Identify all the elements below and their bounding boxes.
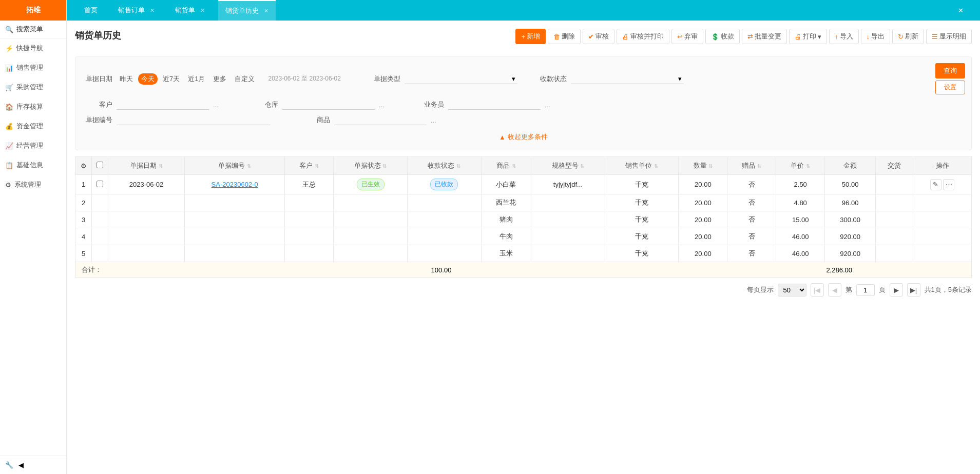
doc-type-select[interactable]: ▾ — [405, 74, 517, 84]
edit-btn[interactable]: ✎ — [930, 179, 941, 190]
export-icon: ↓ — [867, 33, 870, 41]
tab-sales-history-label: 销货单历史 — [225, 1, 259, 21]
page-size-select[interactable]: 20 50 100 — [778, 284, 806, 297]
sidebar-item-purchase-mgmt[interactable]: 🛒 采购管理 — [0, 77, 66, 97]
col-checkbox[interactable] — [92, 157, 108, 175]
cell-goods: 小白菜 — [481, 175, 531, 194]
col-settings[interactable]: ⚙ — [75, 157, 92, 175]
close-all-tabs[interactable]: ✕ — [952, 7, 970, 14]
close-tab-sales-order[interactable]: ✕ — [150, 0, 155, 21]
close-tab-sales-goods[interactable]: ✕ — [200, 0, 205, 21]
table-row: 5 玉米 千克 20.00 否 46.00 920.00 — [75, 245, 972, 262]
date-btn-more[interactable]: 更多 — [210, 73, 229, 85]
collect-button[interactable]: 💲 收款 — [705, 29, 740, 44]
warehouse-input[interactable] — [282, 100, 375, 110]
cell-customer — [285, 194, 334, 211]
salesperson-input[interactable] — [448, 100, 541, 110]
col-unit[interactable]: 销售单位 ⇅ — [605, 157, 679, 175]
col-pay-status[interactable]: 收款状态 ⇅ — [407, 157, 481, 175]
cell-checkbox[interactable] — [92, 228, 108, 245]
collapse-filter-btn[interactable]: ▲ 收起更多条件 — [82, 130, 965, 144]
col-doc-status[interactable]: 单据状态 ⇅ — [334, 157, 408, 175]
import-button[interactable]: ↑ 导入 — [829, 29, 859, 44]
delete-button[interactable]: 🗑 删除 — [548, 29, 581, 44]
col-goods[interactable]: 商品 ⇅ — [481, 157, 531, 175]
salesperson-dots[interactable]: ... — [545, 101, 550, 109]
cell-doc-no — [185, 245, 285, 262]
show-detail-button[interactable]: ☰ 显示明细 — [926, 29, 972, 44]
col-customer[interactable]: 客户 ⇅ — [285, 157, 334, 175]
col-gift[interactable]: 赠品 ⇅ — [727, 157, 776, 175]
query-button[interactable]: 查询 — [935, 63, 965, 78]
sidebar-item-fund-mgmt[interactable]: 💰 资金管理 — [0, 116, 66, 136]
next-page-btn[interactable]: ▶ — [890, 283, 903, 297]
col-price[interactable]: 单价 ⇅ — [776, 157, 825, 175]
sidebar-item-sales-mgmt[interactable]: 📊 销售管理 — [0, 58, 66, 77]
tab-home[interactable]: 首页 — [77, 0, 105, 21]
cell-ops — [913, 194, 972, 211]
tab-sales-history[interactable]: 销货单历史 ✕ — [218, 0, 276, 21]
tab-sales-goods[interactable]: 销货单 ✕ — [168, 0, 212, 21]
collapse-sidebar-icon[interactable]: ◀ — [18, 461, 24, 469]
col-doc-no[interactable]: 单据编号 ⇅ — [185, 157, 285, 175]
first-page-btn[interactable]: |◀ — [811, 283, 824, 297]
col-date[interactable]: 单据日期 ⇅ — [108, 157, 185, 175]
print-button[interactable]: 🖨 打印 ▾ — [789, 29, 827, 44]
col-docno-label: 单据编号 — [218, 162, 245, 169]
customer-input[interactable] — [117, 100, 209, 110]
col-spec[interactable]: 规格型号 ⇅ — [531, 157, 605, 175]
date-btn-7days[interactable]: 近7天 — [160, 73, 183, 85]
data-table: ⚙ 单据日期 ⇅ 单据编号 ⇅ 客户 ⇅ — [75, 156, 972, 262]
warehouse-filter: 仓库 ... — [247, 100, 385, 110]
goods-dots[interactable]: ... — [431, 116, 436, 124]
cell-qty: 20.00 — [679, 228, 727, 245]
cell-checkbox[interactable] — [92, 211, 108, 228]
cell-spec — [531, 194, 605, 211]
cell-checkbox[interactable] — [92, 194, 108, 211]
cell-ops — [913, 211, 972, 228]
select-all-checkbox[interactable] — [97, 162, 103, 168]
customer-label: 客户 — [82, 100, 112, 109]
row-checkbox[interactable] — [97, 181, 103, 187]
new-button[interactable]: + 新增 — [515, 29, 546, 44]
cell-checkbox[interactable] — [92, 245, 108, 262]
col-qty[interactable]: 数量 ⇅ — [679, 157, 727, 175]
last-page-btn[interactable]: ▶| — [907, 283, 920, 297]
cell-checkbox[interactable] — [92, 175, 108, 194]
audit-print-button[interactable]: 🖨 审核并打印 — [617, 29, 669, 44]
refresh-button[interactable]: ↻ 刷新 — [892, 29, 924, 44]
doc-no-link[interactable]: SA-20230602-0 — [212, 181, 258, 188]
prev-page-btn[interactable]: ◀ — [828, 283, 841, 297]
tab-sales-order[interactable]: 销售订单 ✕ — [111, 0, 162, 21]
close-tab-sales-history[interactable]: ✕ — [264, 1, 268, 21]
payment-status-select[interactable]: ▾ — [571, 74, 684, 84]
goods-input[interactable] — [334, 115, 427, 125]
date-btn-1month[interactable]: 近1月 — [185, 73, 208, 85]
sidebar-item-ops-mgmt[interactable]: 📈 经营管理 — [0, 136, 66, 155]
batch-change-button[interactable]: ⇄ 批量变更 — [742, 29, 787, 44]
date-btn-custom[interactable]: 自定义 — [232, 73, 258, 85]
export-button[interactable]: ↓ 导出 — [861, 29, 891, 44]
sidebar-item-basic-info[interactable]: 📋 基础信息 — [0, 155, 66, 175]
sidebar-item-inventory[interactable]: 🏠 库存核算 — [0, 97, 66, 116]
customer-dots[interactable]: ... — [213, 101, 219, 109]
audit-button[interactable]: ✔ 审核 — [583, 29, 614, 44]
sidebar-item-sys-mgmt[interactable]: ⚙ 系统管理 — [0, 175, 66, 194]
date-btn-yesterday[interactable]: 昨天 — [117, 73, 136, 85]
doc-no-input[interactable] — [117, 115, 271, 125]
date-btn-today[interactable]: 今天 — [138, 73, 158, 85]
more-btn[interactable]: ⋯ — [943, 179, 954, 190]
settings-button[interactable]: 设置 — [935, 81, 965, 94]
home-icon: 🏠 — [5, 103, 13, 111]
abandon-button[interactable]: ↩ 弃审 — [671, 29, 703, 44]
settings-bottom-icon[interactable]: 🔧 — [5, 461, 13, 469]
sidebar-item-search-menu[interactable]: 🔍 搜索菜单 — [0, 21, 66, 38]
sidebar-item-quick-nav[interactable]: ⚡ 快捷导航 — [0, 38, 66, 58]
warehouse-dots[interactable]: ... — [379, 101, 385, 109]
page-input[interactable] — [856, 284, 875, 296]
col-paystatus-label: 收款状态 — [428, 162, 454, 169]
price-sort-icon: ⇅ — [806, 163, 810, 169]
table-settings-icon[interactable]: ⚙ — [81, 162, 87, 170]
cell-pay-status: 已收款 — [407, 175, 481, 194]
cell-spec — [531, 228, 605, 245]
